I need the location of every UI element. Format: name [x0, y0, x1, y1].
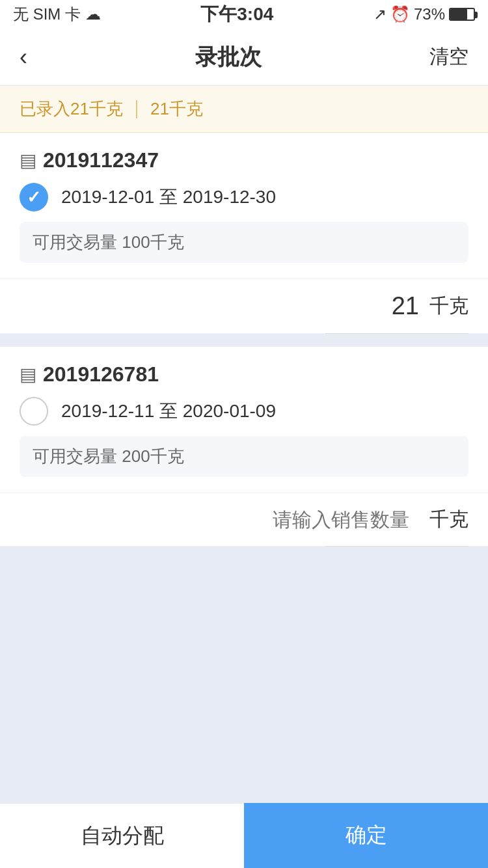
batch2-underline [325, 546, 468, 547]
bottom-filler [0, 547, 488, 807]
batch2-id-row: ▤ 2019126781 [20, 362, 468, 387]
batch1-card: ▤ 2019112347 ✓ 2019-12-01 至 2019-12-30 可… [0, 133, 488, 278]
batch2-date-range: 2019-12-11 至 2020-01-09 [61, 399, 276, 424]
already-recorded-text: 已录入21千克 [20, 98, 123, 120]
back-button[interactable]: ‹ [20, 44, 27, 71]
alarm-icon: ⏰ [390, 5, 410, 23]
batch1-id-text: 2019112347 [43, 148, 159, 172]
batch2-id-text: 2019126781 [43, 362, 159, 387]
batch1-underline [325, 333, 468, 334]
batch1-date-range: 2019-12-01 至 2019-12-30 [61, 185, 276, 210]
batch1-id-row: ▤ 2019112347 [20, 148, 468, 172]
section-separator-1 [0, 334, 488, 347]
checkmark-icon: ✓ [27, 187, 41, 208]
batch2-input-row: 千克 [0, 493, 488, 546]
confirm-button[interactable]: 确定 [244, 803, 488, 868]
batch2-available: 可用交易量 200千克 [20, 436, 468, 477]
battery-text: 73% [414, 5, 445, 23]
batch1-date-row[interactable]: ✓ 2019-12-01 至 2019-12-30 [20, 183, 468, 211]
batch2-unit: 千克 [429, 506, 468, 533]
batch2-id-icon: ▤ [20, 364, 36, 385]
summary-bar: 已录入21千克 21千克 [0, 86, 488, 133]
batch1-radio[interactable]: ✓ [20, 183, 48, 211]
status-bar: 无 SIM 卡 ☁ 下午3:04 ↗ ⏰ 73% [0, 0, 488, 29]
batch2-quantity-input[interactable] [224, 509, 419, 531]
clear-button[interactable]: 清空 [429, 44, 468, 70]
page-title: 录批次 [195, 42, 262, 72]
no-sim-text: 无 SIM 卡 ☁ [13, 4, 101, 25]
batch2-date-row[interactable]: 2019-12-11 至 2020-01-09 [20, 397, 468, 426]
nav-bar: ‹ 录批次 清空 [0, 29, 488, 86]
status-left: 无 SIM 卡 ☁ [13, 4, 101, 25]
status-right: ↗ ⏰ 73% [373, 5, 475, 23]
battery-icon [449, 8, 475, 21]
batch1-available: 可用交易量 100千克 [20, 222, 468, 263]
batch2-card: ▤ 2019126781 2019-12-11 至 2020-01-09 可用交… [0, 347, 488, 493]
summary-amount: 21千克 [150, 98, 203, 120]
location-icon: ↗ [373, 5, 386, 23]
batch2-radio[interactable] [20, 397, 48, 426]
batch1-amount-row: 21 千克 [0, 278, 488, 333]
batch2-input-wrapper: 千克 [0, 493, 488, 547]
batch1-amount-wrapper: 21 千克 [0, 278, 488, 334]
batch1-amount-value: 21 [392, 292, 419, 320]
batch1-id-icon: ▤ [20, 150, 36, 171]
bottom-buttons: 自动分配 确定 [0, 803, 488, 868]
auto-distribute-button[interactable]: 自动分配 [0, 803, 244, 868]
batch1-amount-unit: 千克 [429, 293, 468, 319]
status-time: 下午3:04 [200, 2, 273, 27]
summary-divider [136, 100, 137, 118]
